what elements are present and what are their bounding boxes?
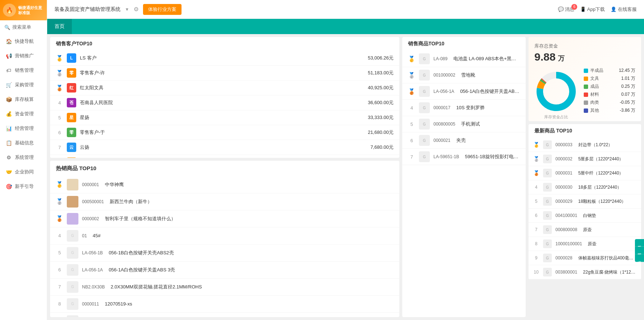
rank-medal: 6 bbox=[56, 130, 63, 135]
rank-medal: 5 bbox=[56, 115, 63, 120]
float-btn-live[interactable]: 直播 bbox=[635, 254, 644, 262]
sidebar-item-marketing[interactable]: 📢营销推广 bbox=[0, 49, 47, 63]
search-menu[interactable]: 🔍 搜索菜单 bbox=[0, 20, 47, 34]
legend-name: 材料 bbox=[590, 91, 619, 98]
top-customers-header: 销售客户TOP10 bbox=[50, 37, 399, 51]
rank-avatar: 零 bbox=[67, 68, 76, 78]
header-right: 💬 消息 6 📱 App下载 👤 在线客服 bbox=[558, 6, 637, 13]
latest-rank: 5 bbox=[533, 199, 539, 204]
sidebar-label-purchase: 采购管理 bbox=[15, 82, 34, 88]
rank-avatar: L bbox=[67, 53, 76, 63]
hp-img bbox=[67, 213, 78, 225]
sidebar-item-operations[interactable]: 📊经营管理 bbox=[0, 121, 47, 136]
sidebar-label-system: 系统管理 bbox=[15, 154, 34, 161]
customer-rank-item: 6 零 零售客户-于 21,680.00元 bbox=[50, 125, 399, 140]
product-code: 0000021 bbox=[433, 138, 451, 143]
product-code: LA-089 bbox=[433, 56, 448, 61]
inventory-card: 库存总资金 9.88 万 bbox=[529, 37, 641, 121]
float-btn-service[interactable]: 客服热线 bbox=[635, 239, 644, 247]
tab-home[interactable]: 首页 bbox=[47, 19, 72, 34]
product-rank-list: 🥇 G LA-089 电池盖 LA-089 ABS本色+黑种 7.1克 🥈 G … bbox=[402, 51, 526, 165]
sidebar-icon-cooperation: 🤝 bbox=[5, 169, 12, 175]
latest-products-list: 🥇 G 0000033 封边带（1.0*22） 🥈 G 0000032 5厘多层… bbox=[529, 138, 641, 279]
legend-item: 半成品 12.45 万 bbox=[584, 67, 635, 74]
legend-name: 肉类 bbox=[590, 99, 617, 106]
rank-customer-name: 零售客户-于 bbox=[80, 129, 364, 136]
hp-medal: 6 bbox=[56, 267, 63, 272]
latest-products-title: 最新商品 TOP10 bbox=[534, 128, 572, 134]
latest-rank: 6 bbox=[533, 213, 539, 218]
sidebar-item-system[interactable]: ⚙系统管理 bbox=[0, 150, 47, 165]
online-service[interactable]: 👤 在线客服 bbox=[611, 6, 637, 13]
rank-avatar: 红 bbox=[67, 83, 76, 93]
latest-img: G bbox=[543, 183, 552, 192]
rank-customer-name: LS 客户 bbox=[80, 55, 364, 61]
hp-img: G bbox=[67, 264, 78, 276]
hot-products-card: 热销商品 TOP10 🥇 0000001 中华神鹰 🥈 000500001 新西… bbox=[50, 161, 399, 317]
sidebar-item-guide[interactable]: 🎯新手引导 bbox=[0, 179, 47, 194]
hp-img: G bbox=[67, 315, 78, 317]
hp-code: 000500001 bbox=[82, 199, 104, 204]
dropdown-icon[interactable]: ▼ bbox=[125, 7, 129, 12]
message-count: 6 bbox=[571, 4, 577, 10]
top-customers-card: 销售客户TOP10 🥇 L LS 客户 53,006.26元 🥈 零 零售客户-… bbox=[50, 37, 399, 158]
hp-code: LA-056-1A bbox=[82, 267, 103, 272]
latest-code: 0000028 bbox=[555, 255, 572, 260]
sidebar-label-basic: 基础信息 bbox=[15, 140, 34, 146]
hp-code: 0000011 bbox=[82, 301, 99, 307]
sidebar-item-inventory[interactable]: 📦库存核算 bbox=[0, 92, 47, 107]
legend-value: 0.07 万 bbox=[621, 91, 635, 98]
main-content: 装备及固定资产辅助管理系统 ▼ ⚙ 体验行业方案 💬 消息 6 📱 App下载 … bbox=[47, 0, 644, 320]
rank-customer-name: 零售客户-许 bbox=[80, 70, 364, 76]
latest-name: 5厘多层（1220*2440） bbox=[576, 156, 637, 162]
product-rank-medal: 🥉 bbox=[408, 88, 415, 95]
sidebar-icon-inventory: 📦 bbox=[5, 96, 12, 103]
rank-avatar: 阿 bbox=[67, 157, 76, 158]
rank-medal: 🥉 bbox=[56, 85, 63, 91]
sidebar-item-basic[interactable]: 📋基础信息 bbox=[0, 136, 47, 150]
inventory-unit: 万 bbox=[558, 55, 564, 62]
sidebar-item-quick-nav[interactable]: 🏠快捷导航 bbox=[0, 34, 47, 49]
legend-name: 文具 bbox=[590, 75, 619, 82]
trial-button[interactable]: 体验行业方案 bbox=[143, 4, 182, 15]
sidebar-item-cooperation[interactable]: 🤝企业协同 bbox=[0, 165, 47, 179]
hp-img: G bbox=[67, 247, 78, 259]
messages-badge[interactable]: 💬 消息 6 bbox=[558, 6, 575, 13]
inventory-chart-area: 库存资金占比 半成品 12.45 万 文具 1.01 万 成品 0.25 万 材… bbox=[534, 67, 635, 115]
latest-rank: 🥈 bbox=[533, 156, 539, 162]
float-btn-community[interactable]: 服务社区 bbox=[635, 247, 644, 254]
search-icon: 🔍 bbox=[4, 25, 10, 30]
rank-customer-value: 53,006.26元 bbox=[368, 55, 394, 61]
sidebar-label-cooperation: 企业协同 bbox=[15, 169, 34, 175]
customer-rank-item: 🥇 L LS 客户 53,006.26元 bbox=[50, 51, 399, 66]
inventory-content: 库存总资金 9.88 万 bbox=[529, 37, 641, 121]
rank-avatar: 星 bbox=[67, 113, 76, 122]
hp-name: 056-1B白色按键开关壳ABS2壳 bbox=[106, 250, 394, 256]
hot-products-header: 热销商品 TOP10 bbox=[50, 161, 399, 176]
settings-icon[interactable]: ⚙ bbox=[134, 6, 139, 13]
rank-medal: 4 bbox=[56, 100, 63, 106]
product-name: 056-1A白色按键开关盖ABS 3壳 bbox=[458, 88, 520, 95]
product-code: 000800005 bbox=[433, 122, 455, 127]
latest-product-item: 9 G 0000028 体帧嘉核味苏打饮品400毫升（1*15） bbox=[529, 251, 641, 265]
sidebar-icon-purchase: 🛒 bbox=[5, 82, 12, 88]
top-customers-title: 销售客户TOP10 bbox=[56, 41, 92, 47]
latest-img: G bbox=[543, 140, 552, 149]
logo-line2: 标准版 bbox=[18, 10, 42, 15]
hp-img bbox=[67, 179, 78, 190]
hp-code: 0000001 bbox=[82, 182, 99, 187]
latest-product-item: 🥉 G 0000031 5厘中纤（1220*2440） bbox=[529, 166, 641, 180]
legend-name: 成品 bbox=[590, 83, 619, 90]
app-download[interactable]: 📱 App下载 bbox=[580, 6, 605, 13]
legend-color bbox=[584, 93, 588, 97]
latest-img: G bbox=[543, 155, 552, 163]
product-img: G bbox=[419, 86, 430, 97]
hot-product-item: 🥈 000500001 新西兰牛肉（新牛） bbox=[50, 193, 399, 210]
sidebar-item-sales[interactable]: 🏷销售管理 bbox=[0, 63, 47, 78]
sidebar-item-finance[interactable]: 💰资金管理 bbox=[0, 107, 47, 121]
sidebar-item-purchase[interactable]: 🛒采购管理 bbox=[0, 78, 47, 92]
top-products-header: 销售商品TOP10 bbox=[402, 37, 526, 51]
product-img: G bbox=[419, 135, 430, 146]
hot-products-title: 热销商品 TOP10 bbox=[56, 165, 96, 172]
app-download-label: App下载 bbox=[587, 7, 605, 12]
